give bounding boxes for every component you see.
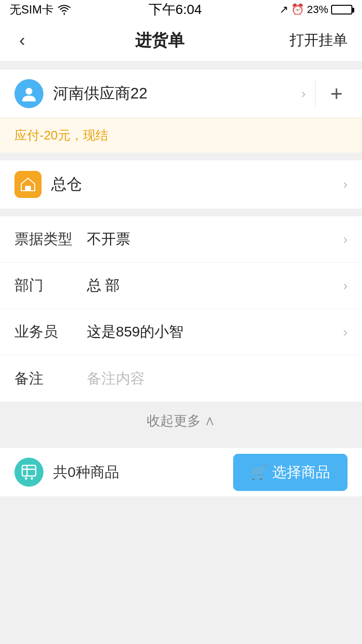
supplier-section: 河南供应商22 › + 应付-20元，现结	[0, 70, 362, 153]
status-time: 下午6:04	[149, 0, 202, 19]
warehouse-section: 总仓 ›	[0, 160, 362, 209]
salesperson-label: 业务员	[14, 322, 82, 342]
vertical-divider	[315, 79, 316, 108]
cart-icon	[20, 463, 38, 481]
invoice-type-label: 票据类型	[14, 229, 82, 249]
add-supplier-button[interactable]: +	[325, 83, 348, 104]
page-title: 进货单	[135, 29, 184, 52]
select-product-button[interactable]: 🛒 选择商品	[233, 454, 348, 491]
salesperson-chevron-icon: ›	[343, 324, 348, 340]
supplier-chevron-icon: ›	[301, 86, 306, 101]
empty-area	[0, 496, 362, 644]
department-value: 总 部	[82, 276, 343, 295]
supplier-row[interactable]: 河南供应商22 › +	[0, 70, 362, 118]
department-row[interactable]: 部门 总 部 ›	[0, 263, 362, 309]
svg-rect-2	[22, 465, 36, 476]
warehouse-chevron-icon: ›	[343, 177, 348, 192]
warehouse-name: 总仓	[51, 174, 343, 195]
open-pending-button[interactable]: 打开挂单	[290, 30, 348, 50]
house-icon	[20, 176, 36, 193]
remark-row[interactable]: 备注 备注内容	[0, 355, 362, 402]
warehouse-icon	[14, 171, 42, 198]
nav-bar: ‹ 进货单 打开挂单	[0, 19, 362, 62]
status-indicators: ↗ ⏰ 23%	[279, 3, 352, 16]
notice-bar: 应付-20元，现结	[0, 118, 362, 153]
battery-icon	[331, 5, 352, 14]
notice-text: 应付-20元，现结	[14, 128, 108, 142]
battery-label: 23%	[307, 3, 328, 16]
form-section: 票据类型 不开票 › 部门 总 部 › 业务员 这是859的小智 › 备注 备注…	[0, 216, 362, 402]
select-cart-icon: 🛒	[251, 464, 267, 480]
supplier-name: 河南供应商22	[53, 83, 301, 104]
invoice-chevron-icon: ›	[343, 232, 348, 247]
department-chevron-icon: ›	[343, 278, 348, 294]
invoice-type-row[interactable]: 票据类型 不开票 ›	[0, 216, 362, 263]
supplier-avatar	[14, 79, 43, 108]
location-icon: ↗	[279, 3, 288, 16]
warehouse-row[interactable]: 总仓 ›	[0, 160, 362, 209]
remark-label: 备注	[14, 369, 82, 389]
invoice-type-value: 不开票	[82, 229, 343, 249]
salesperson-row[interactable]: 业务员 这是859的小智 ›	[0, 309, 362, 355]
select-product-label: 选择商品	[272, 462, 330, 482]
svg-point-6	[31, 477, 33, 480]
user-icon	[20, 85, 38, 102]
alarm-icon: ⏰	[291, 3, 304, 16]
collapse-row[interactable]: 收起更多 ∧	[0, 402, 362, 440]
svg-point-0	[26, 88, 32, 95]
salesperson-value: 这是859的小智	[82, 322, 343, 342]
product-count: 共0种商品	[53, 462, 233, 482]
carrier-label: 无SIM卡	[10, 2, 54, 17]
svg-rect-1	[25, 186, 31, 191]
back-button[interactable]: ‹	[14, 26, 30, 56]
department-label: 部门	[14, 276, 82, 295]
svg-point-5	[25, 477, 28, 480]
status-bar: 无SIM卡 下午6:04 ↗ ⏰ 23%	[0, 0, 362, 19]
main-content: 河南供应商22 › + 应付-20元，现结 总仓 › 票据类型 不开票 ›	[0, 70, 362, 644]
status-carrier: 无SIM卡	[10, 2, 71, 17]
bottom-bar: 共0种商品 🛒 选择商品	[0, 448, 362, 496]
product-icon	[14, 458, 43, 487]
remark-value[interactable]: 备注内容	[82, 369, 348, 389]
collapse-label: 收起更多 ∧	[147, 412, 216, 430]
wifi-icon	[57, 4, 71, 15]
